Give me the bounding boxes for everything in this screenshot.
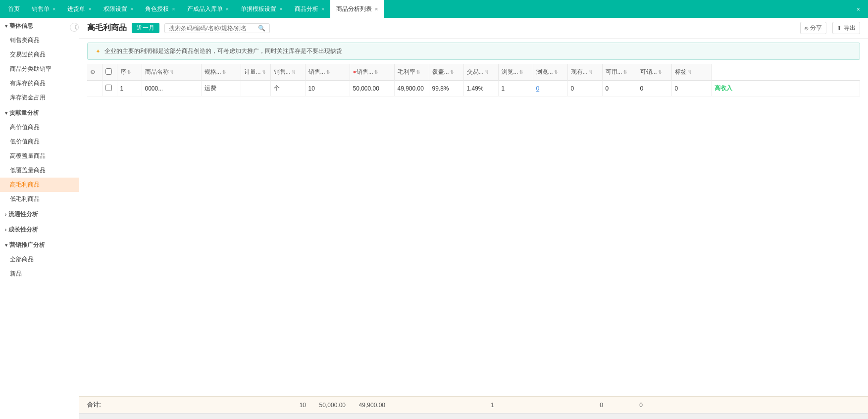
sidebar-group-liquidity[interactable]: › 流通性分析 <box>0 206 79 222</box>
nav-analysis-list[interactable]: 商品分析列表 × <box>330 0 384 18</box>
gross-rate-col-header: 毛利率⇅ <box>394 64 429 81</box>
nav-analysis-close[interactable]: × <box>321 6 324 12</box>
footer-sales-profit: 49,900.00 <box>349 402 388 409</box>
info-icon: ✦ <box>96 48 101 55</box>
nav-permissions[interactable]: 权限设置 × <box>98 0 139 18</box>
row-sellable-days: 0 <box>671 81 711 96</box>
sidebar-item-new-goods[interactable]: 新品 <box>0 267 79 281</box>
row-unit: 个 <box>270 81 305 96</box>
sort-icon: ⇅ <box>292 70 296 75</box>
group-arrow-contribution-icon: ▾ <box>5 110 7 116</box>
horizontal-scrollbar[interactable] <box>79 413 868 419</box>
search-icon[interactable]: 🔍 <box>258 25 265 32</box>
sort-icon: ⇅ <box>485 70 489 75</box>
sidebar-collapse-button[interactable]: 《 <box>70 23 79 32</box>
group-arrow-liquidity-icon: › <box>5 212 6 217</box>
sidebar: 《 ▾ 整体信息 销售类商品 交易过的商品 商品分类助销率 有库存的商品 库存资… <box>0 18 79 419</box>
info-banner: ✦ 企业的主要的利润都是这部分商品创造的，可考虑加大推广，同时关注库存是不要出现… <box>87 43 860 60</box>
date-filter-button[interactable]: 近一月 <box>132 23 159 33</box>
row-name: 运费 <box>201 81 241 96</box>
share-button[interactable]: ⎋ 分享 <box>800 22 826 34</box>
sidebar-item-sales-goods[interactable]: 销售类商品 <box>0 33 79 47</box>
sidebar-item-high-coverage[interactable]: 高覆盖量商品 <box>0 149 79 163</box>
footer-current-stock: 0 <box>566 402 606 409</box>
sellable-days-col-header: 可销...⇅ <box>637 64 671 81</box>
nav-purchase-close[interactable]: × <box>88 6 91 12</box>
sidebar-group-marketing[interactable]: ▾ 营销推广分析 <box>0 237 79 252</box>
sort-icon: ⇅ <box>450 70 454 75</box>
nav-purchase[interactable]: 进货单 × <box>61 0 97 18</box>
row-gross-rate: 99.8% <box>429 81 463 96</box>
sidebar-item-low-coverage[interactable]: 低覆盖量商品 <box>0 163 79 178</box>
sales-amount-col-header: 销售...⇅ <box>305 64 350 81</box>
sidebar-item-stock-capital[interactable]: 库存资金占用 <box>0 91 79 105</box>
settings-col-header[interactable]: ⚙ <box>87 64 102 81</box>
tag-col-header: 标签⇅ <box>671 64 711 81</box>
footer-trade-count: 1 <box>458 402 497 409</box>
export-button[interactable]: ⬆ 导出 <box>832 22 860 34</box>
table-row: 1 0000... 运费 个 10 50,000.00 49,900.00 99… <box>87 81 860 96</box>
available-stock-col-header: 可用...⇅ <box>602 64 637 81</box>
sidebar-item-all-goods[interactable]: 全部商品 <box>0 252 79 267</box>
footer-values: 10 50,000.00 49,900.00 1 0 0 <box>111 402 646 409</box>
checkbox-col-header[interactable] <box>102 64 117 81</box>
sidebar-item-in-stock[interactable]: 有库存的商品 <box>0 76 79 91</box>
nav-inbound-close[interactable]: × <box>226 6 229 12</box>
row-view1[interactable]: 0 <box>533 81 567 96</box>
nav-roles-close[interactable]: × <box>172 6 175 12</box>
group-arrow-marketing-icon: ▾ <box>5 242 7 248</box>
row-view2: 0 <box>567 81 602 96</box>
nav-permissions-close[interactable]: × <box>130 6 133 12</box>
table-header-row: ⚙ 序⇅ 商品名称⇅ 规格...⇅ <box>87 64 860 81</box>
footer-available-stock: 0 <box>606 402 646 409</box>
row-sales-qty: 10 <box>305 81 350 96</box>
nav-inbound[interactable]: 产成品入库单 × <box>181 0 235 18</box>
search-input[interactable] <box>169 25 258 32</box>
view1-link[interactable]: 0 <box>536 85 540 92</box>
sidebar-group-overall[interactable]: ▾ 整体信息 <box>0 18 79 33</box>
sidebar-item-high-value[interactable]: 高价值商品 <box>0 120 79 135</box>
row-available-stock: 0 <box>637 81 671 96</box>
sidebar-item-category-rate[interactable]: 商品分类助销率 <box>0 62 79 76</box>
row-spec <box>241 81 270 96</box>
nav-sales-close[interactable]: × <box>52 6 55 12</box>
nav-roles[interactable]: 角色授权 × <box>139 0 181 18</box>
sidebar-group-growth[interactable]: › 成长性分析 <box>0 222 79 237</box>
nav-sales[interactable]: 销售单 × <box>26 0 61 18</box>
sales-profit-col-header: ●销售...⇅ <box>350 64 394 81</box>
row-select-checkbox[interactable] <box>105 85 112 91</box>
row-seq: 1 <box>117 81 142 96</box>
sort-icon: ⇅ <box>416 70 420 75</box>
row-sales-profit: 49,900.00 <box>394 81 429 96</box>
window-close-button[interactable]: × <box>851 4 866 13</box>
view2-col-header: 浏览...⇅ <box>533 64 567 81</box>
nav-template[interactable]: 单据模板设置 × <box>235 0 288 18</box>
nav-template-close[interactable]: × <box>279 6 282 12</box>
header-actions: ⎋ 分享 ⬆ 导出 <box>800 22 860 34</box>
sort-icon: ⇅ <box>170 70 174 75</box>
row-sales-amount: 50,000.00 <box>350 81 394 96</box>
group-arrow-icon: ▾ <box>5 23 7 29</box>
sidebar-item-low-value[interactable]: 低价值商品 <box>0 135 79 149</box>
current-stock-col-header: 现有...⇅ <box>567 64 602 81</box>
sort-icon: ⇅ <box>688 70 692 75</box>
nav-analysis[interactable]: 商品分析 × <box>289 0 330 18</box>
select-all-checkbox[interactable] <box>105 68 112 75</box>
trade-col-header: 交易...⇅ <box>463 64 498 81</box>
sidebar-item-high-margin[interactable]: 高毛利商品 <box>0 178 79 192</box>
sort-icon: ⇅ <box>554 70 558 75</box>
sidebar-item-low-margin[interactable]: 低毛利商品 <box>0 192 79 206</box>
nav-home[interactable]: 首页 <box>2 0 26 18</box>
name-col-header: 商品名称⇅ <box>142 64 201 81</box>
row-checkbox[interactable] <box>102 81 117 96</box>
sidebar-group-contribution[interactable]: ▾ 贡献量分析 <box>0 105 79 120</box>
nav-analysis-list-close[interactable]: × <box>375 6 378 12</box>
view1-col-header: 浏览...⇅ <box>498 64 533 81</box>
sort-icon: ⇅ <box>326 70 330 75</box>
sort-icon: ⇅ <box>222 70 226 75</box>
sidebar-item-traded-goods[interactable]: 交易过的商品 <box>0 47 79 62</box>
export-icon: ⬆ <box>837 25 842 32</box>
sort-icon: ⇅ <box>589 70 593 75</box>
settings-icon[interactable]: ⚙ <box>90 69 96 76</box>
data-table: ⚙ 序⇅ 商品名称⇅ 规格...⇅ <box>87 64 860 96</box>
